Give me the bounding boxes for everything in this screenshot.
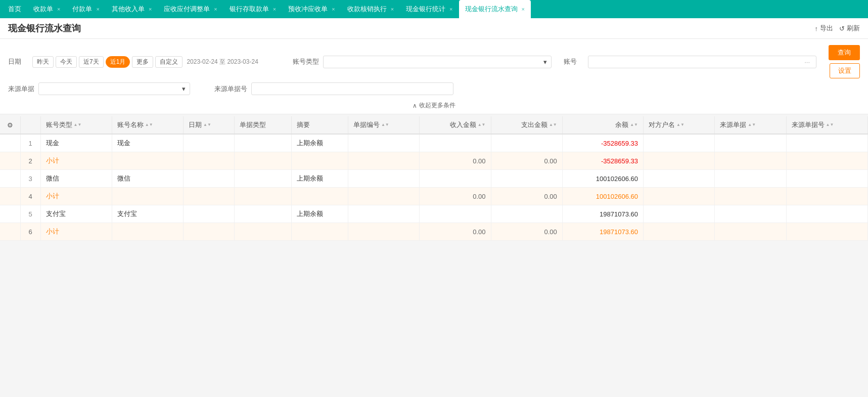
date-btn-yesterday[interactable]: 昨天 [32,56,54,68]
nav-item-付款单[interactable]: 付款单× [66,0,105,18]
nav-item-应收应付调整单[interactable]: 应收应付调整单× [158,0,223,18]
th-balance[interactable]: 余额▲▼ [562,116,643,134]
nav-item-其他收入单[interactable]: 其他收入单× [106,0,158,18]
nav-item-首页[interactable]: 首页 [2,0,27,18]
header-actions: ↑ 导出 ↺ 刷新 [815,24,860,33]
th-summary[interactable]: 摘要 [291,116,348,134]
th-account-name[interactable]: 账号名称▲▼ [112,116,183,134]
refresh-button[interactable]: ↺ 刷新 [839,24,860,33]
row-gear-cell [0,134,20,152]
row-counterparty [644,134,715,152]
date-btn-7days[interactable]: 近7天 [79,56,104,68]
nav-item-收款核销执行[interactable]: 收款核销执行× [341,0,400,18]
gear-icon: ⚙ [7,121,13,129]
collapse-label: 收起更多条件 [419,101,455,110]
th-doc-type[interactable]: 单据类型 [235,116,291,134]
nav-item-现金银行统计[interactable]: 现金银行统计× [400,0,459,18]
collapse-button[interactable]: ∧ 收起更多条件 [413,101,455,110]
close-icon[interactable]: × [449,0,452,18]
row-summary [291,152,348,170]
row-source-doc [715,152,786,170]
sort-account-name: ▲▼ [145,123,153,127]
row-account-name: 支付宝 [112,205,183,223]
row-num: 4 [20,188,40,205]
export-icon: ↑ [815,25,818,32]
row-account-type: 小计 [40,152,112,170]
row-source-doc-no [786,188,867,205]
row-account-type: 现金 [40,134,112,152]
nav-item-预收冲应收单[interactable]: 预收冲应收单× [282,0,341,18]
query-button[interactable]: 查询 [829,45,860,60]
row-num: 5 [20,205,40,223]
th-source-doc-no[interactable]: 来源单据号▲▼ [786,116,867,134]
close-icon[interactable]: × [273,0,276,18]
nav-item-银行存取款单[interactable]: 银行存取款单× [223,0,282,18]
export-button[interactable]: ↑ 导出 [815,24,834,33]
settings-button[interactable]: 设置 [830,63,860,78]
close-icon[interactable]: × [96,0,99,18]
date-btn-more[interactable]: 更多 [132,56,153,68]
row-account-type: 小计 [40,223,112,241]
data-table: ⚙ 账号类型▲▼ 账号名称▲▼ 日期▲▼ 单据类型 摘要 单据编号▲▼ [0,116,868,241]
refresh-icon: ↺ [839,25,845,32]
th-counterparty[interactable]: 对方户名▲▼ [644,116,715,134]
close-icon[interactable]: × [522,0,525,18]
account-type-select[interactable]: ▾ [323,56,552,68]
close-icon[interactable]: × [149,0,152,18]
row-date [184,170,235,188]
close-icon[interactable]: × [332,0,335,18]
row-doc-no [348,205,419,223]
source-doc-select[interactable]: ▾ [38,82,190,95]
th-gear[interactable]: ⚙ [0,116,20,134]
row-counterparty [644,188,715,205]
th-doc-no[interactable]: 单据编号▲▼ [348,116,419,134]
row-expense [491,205,562,223]
row-doc-no [348,223,419,241]
th-source-doc[interactable]: 来源单据▲▼ [715,116,786,134]
close-icon[interactable]: × [391,0,394,18]
row-expense: 0.00 [491,188,562,205]
th-income[interactable]: 收入金额▲▼ [420,116,491,134]
table-row: 6 小计 0.00 0.00 19871073.60 [0,223,868,241]
th-expense[interactable]: 支出金额▲▼ [491,116,562,134]
th-account-type[interactable]: 账号类型▲▼ [40,116,112,134]
row-source-doc [715,205,786,223]
date-btn-custom[interactable]: 自定义 [155,56,182,68]
date-buttons: 昨天 今天 近7天 近1月 更多 自定义 2023-02-24 至 2023-0… [32,56,258,68]
nav-item-现金银行流水查询[interactable]: 现金银行流水查询× [459,0,531,18]
row-income: 0.00 [420,152,491,170]
th-num [20,116,40,134]
nav-item-收款单[interactable]: 收款单× [27,0,66,18]
collapse-row: ∧ 收起更多条件 [8,101,860,110]
row-balance: 100102606.60 [562,170,643,188]
th-date[interactable]: 日期▲▼ [184,116,235,134]
date-btn-1month[interactable]: 近1月 [106,56,130,68]
row-account-type: 支付宝 [40,205,112,223]
table-header-row: ⚙ 账号类型▲▼ 账号名称▲▼ 日期▲▼ 单据类型 摘要 单据编号▲▼ [0,116,868,134]
close-icon[interactable]: × [214,0,217,18]
row-date [184,188,235,205]
row-source-doc [715,188,786,205]
date-label: 日期 [8,57,28,66]
row-account-name: 微信 [112,170,183,188]
date-range-text: 2023-02-24 至 2023-03-24 [187,58,258,66]
sort-date: ▲▼ [203,123,211,127]
close-icon[interactable]: × [57,0,60,18]
row-expense [491,134,562,152]
account-no-label: 账号 [564,57,584,66]
account-no-dots[interactable]: ··· [802,58,812,66]
table-row: 2 小计 0.00 0.00 -3528659.33 [0,152,868,170]
collapse-up-icon: ∧ [413,102,417,109]
sort-income: ▲▼ [478,123,486,127]
sort-source-doc: ▲▼ [748,123,756,127]
row-expense: 0.00 [491,223,562,241]
row-doc-type [235,223,291,241]
row-doc-no [348,170,419,188]
date-btn-today[interactable]: 今天 [56,56,77,68]
row-account-name: 现金 [112,134,183,152]
source-doc-no-input[interactable] [251,82,453,95]
row-doc-no [348,134,419,152]
row-num: 1 [20,134,40,152]
row-num: 3 [20,170,40,188]
row-income [420,170,491,188]
